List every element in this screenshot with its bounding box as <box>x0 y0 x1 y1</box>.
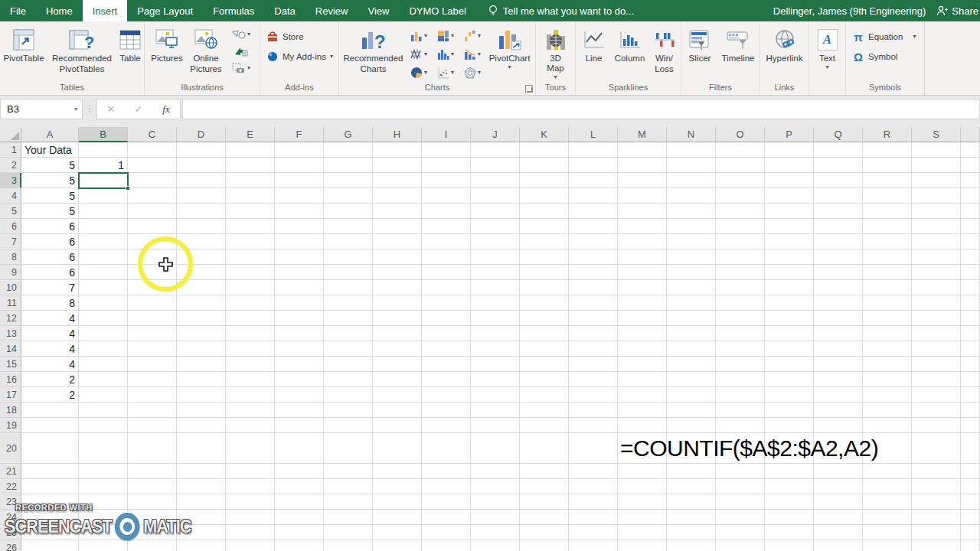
recommended-pivottables-button[interactable]: ? Recommended PivotTables <box>47 24 116 80</box>
cell-O3[interactable] <box>716 173 765 188</box>
cell-R19[interactable] <box>863 418 912 433</box>
cell-E19[interactable] <box>226 418 275 433</box>
screenshot-button[interactable]: ▾ <box>232 61 250 75</box>
cell-F23[interactable] <box>275 494 324 510</box>
cell-M4[interactable] <box>618 188 667 204</box>
cell-R10[interactable] <box>863 280 912 295</box>
cell-Q13[interactable] <box>814 326 863 341</box>
cell-H26[interactable] <box>373 540 422 551</box>
cell-N7[interactable] <box>667 234 716 249</box>
cell-H6[interactable] <box>373 219 422 234</box>
cell-F24[interactable] <box>275 510 324 525</box>
tab-page-layout[interactable]: Page Layout <box>127 0 203 21</box>
cell-F1[interactable] <box>275 142 324 158</box>
cell-K22[interactable] <box>520 479 569 494</box>
cell-O18[interactable] <box>716 403 765 418</box>
row-header-26[interactable]: 26 <box>0 540 21 551</box>
cell-F5[interactable] <box>275 204 324 219</box>
cell-C16[interactable] <box>128 372 177 387</box>
cancel-entry-button[interactable]: ✕ <box>97 103 125 115</box>
row-header-9[interactable]: 9 <box>0 265 21 280</box>
cell-E17[interactable] <box>226 387 275 403</box>
cell-J15[interactable] <box>471 357 520 372</box>
signed-in-user[interactable]: Dellinger, James (9th Engineering) <box>773 5 926 17</box>
cell-M21[interactable] <box>618 464 667 479</box>
cell-A5[interactable]: 5 <box>21 204 79 219</box>
cell-R26[interactable] <box>863 540 912 551</box>
cell-K25[interactable] <box>520 525 569 540</box>
cell-E2[interactable] <box>226 158 275 173</box>
line-chart-button[interactable]: ▾ <box>406 45 433 64</box>
cell-Q6[interactable] <box>814 219 863 234</box>
cell-S16[interactable] <box>912 372 961 387</box>
column-header-O[interactable]: O <box>716 127 765 142</box>
row-header-20[interactable]: 20 <box>0 433 21 464</box>
cell-K13[interactable] <box>520 326 569 341</box>
cell-Q15[interactable] <box>814 357 863 372</box>
cell-S1[interactable] <box>912 142 961 158</box>
cell-N24[interactable] <box>667 510 716 525</box>
cell-H13[interactable] <box>373 326 422 341</box>
cell-A8[interactable]: 6 <box>21 249 79 265</box>
formula-input[interactable] <box>182 99 980 119</box>
cell-partial-7[interactable] <box>961 234 980 249</box>
cell-F14[interactable] <box>275 341 324 357</box>
cell-P4[interactable] <box>765 188 814 204</box>
cell-K2[interactable] <box>520 158 569 173</box>
cell-N17[interactable] <box>667 387 716 403</box>
cell-G15[interactable] <box>324 357 373 372</box>
cell-J10[interactable] <box>471 280 520 295</box>
cell-K19[interactable] <box>520 418 569 433</box>
cell-L11[interactable] <box>569 295 618 311</box>
cell-B5[interactable] <box>79 204 128 219</box>
cell-partial-3[interactable] <box>961 173 980 188</box>
row-header-15[interactable]: 15 <box>0 357 21 372</box>
cell-I12[interactable] <box>422 311 471 326</box>
cell-S11[interactable] <box>912 295 961 311</box>
cell-O19[interactable] <box>716 418 765 433</box>
cell-J1[interactable] <box>471 142 520 158</box>
row-header-5[interactable]: 5 <box>0 204 21 219</box>
cell-S23[interactable] <box>912 494 961 510</box>
column-sparkline-button[interactable]: Column <box>611 24 649 80</box>
cell-B6[interactable] <box>79 219 128 234</box>
combo-chart-button[interactable]: ▾ <box>459 45 486 64</box>
cell-E1[interactable] <box>226 142 275 158</box>
cell-G1[interactable] <box>324 142 373 158</box>
row-header-14[interactable]: 14 <box>0 341 21 357</box>
cell-C18[interactable] <box>128 403 177 418</box>
cell-R7[interactable] <box>863 234 912 249</box>
cell-O13[interactable] <box>716 326 765 341</box>
cell-R6[interactable] <box>863 219 912 234</box>
cell-F2[interactable] <box>275 158 324 173</box>
cell-R23[interactable] <box>863 494 912 510</box>
cell-N25[interactable] <box>667 525 716 540</box>
cell-Q14[interactable] <box>814 341 863 357</box>
cell-G26[interactable] <box>324 540 373 551</box>
cell-B8[interactable] <box>79 249 128 265</box>
cell-N3[interactable] <box>667 173 716 188</box>
cell-M26[interactable] <box>618 540 667 551</box>
cell-J19[interactable] <box>471 418 520 433</box>
cell-R4[interactable] <box>863 188 912 204</box>
cell-N26[interactable] <box>667 540 716 551</box>
cell-K10[interactable] <box>520 280 569 295</box>
cell-G8[interactable] <box>324 249 373 265</box>
cell-H2[interactable] <box>373 158 422 173</box>
cell-F19[interactable] <box>275 418 324 433</box>
cell-N19[interactable] <box>667 418 716 433</box>
cell-Q12[interactable] <box>814 311 863 326</box>
cell-L3[interactable] <box>569 173 618 188</box>
cell-K4[interactable] <box>520 188 569 204</box>
cell-A21[interactable] <box>21 464 79 479</box>
cell-G6[interactable] <box>324 219 373 234</box>
cell-F20[interactable] <box>275 433 324 464</box>
cell-A11[interactable]: 8 <box>21 295 79 311</box>
cell-M5[interactable] <box>618 204 667 219</box>
cell-D4[interactable] <box>177 188 226 204</box>
cell-I9[interactable] <box>422 265 471 280</box>
cell-partial-21[interactable] <box>961 464 980 479</box>
cell-G10[interactable] <box>324 280 373 295</box>
cell-S10[interactable] <box>912 280 961 295</box>
cell-G12[interactable] <box>324 311 373 326</box>
